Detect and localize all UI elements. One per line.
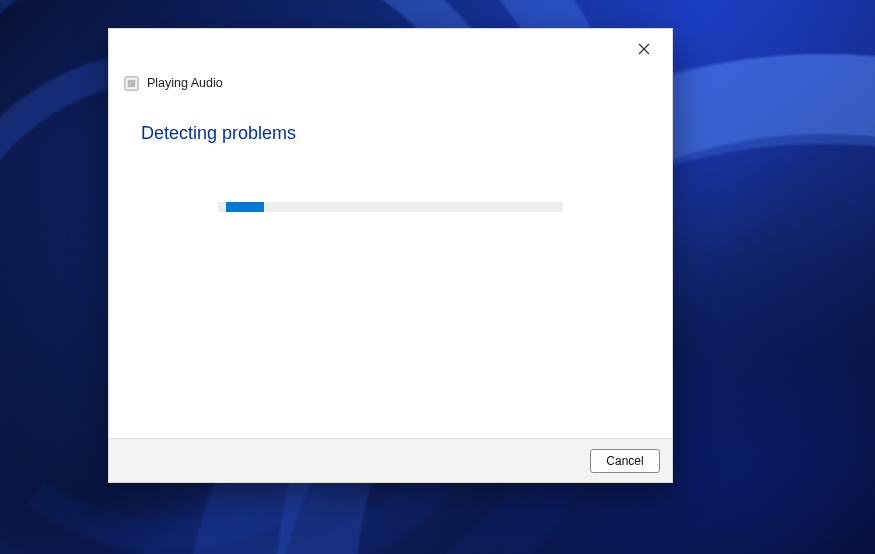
progress-track xyxy=(218,202,563,212)
progress-fill xyxy=(226,202,264,212)
troubleshooter-icon xyxy=(123,75,139,91)
cancel-button[interactable]: Cancel xyxy=(590,449,660,473)
step-heading: Detecting problems xyxy=(141,123,640,144)
dialog-footer: Cancel xyxy=(109,438,672,482)
dialog-header: Playing Audio xyxy=(109,75,672,91)
close-button[interactable] xyxy=(622,35,666,65)
troubleshooter-dialog: Playing Audio Detecting problems Cancel xyxy=(108,28,673,483)
dialog-content: Detecting problems xyxy=(109,91,672,438)
close-icon xyxy=(638,41,650,59)
svg-rect-1 xyxy=(127,79,135,87)
titlebar xyxy=(109,29,672,69)
progress-bar xyxy=(141,202,640,212)
dialog-title: Playing Audio xyxy=(147,76,223,90)
